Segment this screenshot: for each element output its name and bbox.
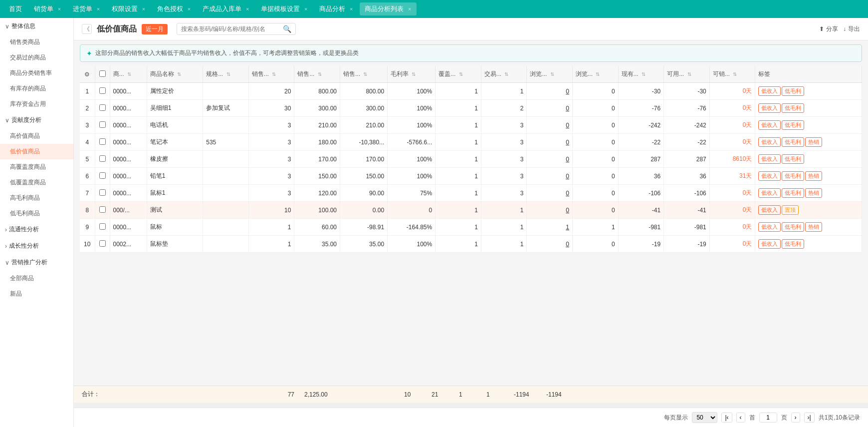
sidebar-item-high-value[interactable]: 高价值商品: [0, 128, 73, 144]
row-checkbox[interactable]: [99, 87, 106, 94]
nav-product-warehouse[interactable]: 产成品入库单 ×: [198, 2, 254, 15]
horizontal-scrollbar[interactable]: [74, 403, 868, 408]
nav-permissions-close[interactable]: ×: [142, 6, 145, 12]
sidebar-group-marketing-title[interactable]: ∨营销推广分析: [0, 254, 73, 271]
cell-checkbox[interactable]: [95, 117, 110, 134]
cell-view1[interactable]: 0: [527, 134, 573, 151]
th-spec[interactable]: 规格... ⇅: [203, 66, 249, 83]
cell-checkbox[interactable]: [95, 219, 110, 236]
nav-template-close[interactable]: ×: [304, 6, 307, 12]
sidebar-group-contribution-title[interactable]: ∨贡献度分析: [0, 112, 73, 128]
sidebar-group-flow-title[interactable]: ›流通性分析: [0, 221, 73, 238]
th-sales-amt[interactable]: 销售... ⇅: [294, 66, 340, 83]
sidebar-item-low-margin[interactable]: 低毛利商品: [0, 206, 73, 221]
nav-template[interactable]: 单据模板设置 ×: [256, 2, 312, 15]
sidebar-item-category-sales[interactable]: 商品分类销售率: [0, 65, 73, 81]
search-box: 🔍: [177, 23, 296, 35]
cell-margin: -164.85%: [388, 219, 435, 236]
page-size-select[interactable]: 50 100 200: [692, 412, 717, 423]
prev-page-btn[interactable]: ‹: [736, 413, 745, 423]
nav-analysis[interactable]: 商品分析 ×: [314, 2, 358, 15]
cell-checkbox[interactable]: [95, 185, 110, 202]
cell-checkbox[interactable]: [95, 83, 110, 100]
cell-checkbox[interactable]: [95, 202, 110, 219]
share-btn[interactable]: ⬆ 分享: [819, 25, 838, 33]
nav-purchase[interactable]: 进货单 ×: [68, 2, 105, 15]
nav-purchase-close[interactable]: ×: [97, 6, 100, 12]
th-margin[interactable]: 毛利率 ⇅: [388, 66, 435, 83]
row-checkbox[interactable]: [99, 206, 106, 213]
nav-permissions[interactable]: 权限设置 ×: [107, 2, 150, 15]
cell-view1[interactable]: 0: [527, 168, 573, 185]
search-icon[interactable]: 🔍: [283, 25, 291, 33]
sidebar-item-high-coverage[interactable]: 高覆盖度商品: [0, 159, 73, 175]
th-checkbox[interactable]: [95, 66, 110, 83]
row-checkbox[interactable]: [99, 172, 106, 179]
cell-checkbox[interactable]: [95, 134, 110, 151]
cell-view1[interactable]: 0: [527, 202, 573, 219]
export-btn[interactable]: ↓ 导出: [843, 25, 860, 33]
row-checkbox[interactable]: [99, 240, 106, 247]
cell-checkbox[interactable]: [95, 100, 110, 117]
nav-roles[interactable]: 角色授权 ×: [152, 2, 196, 15]
sidebar-item-new-goods[interactable]: 新品: [0, 286, 73, 302]
row-checkbox[interactable]: [99, 223, 106, 230]
sidebar-item-low-value[interactable]: 低价值商品: [0, 144, 73, 159]
cell-view1[interactable]: 0: [527, 100, 573, 117]
nav-home[interactable]: 首页: [4, 2, 27, 15]
nav-sales-close[interactable]: ×: [58, 6, 61, 12]
th-current[interactable]: 现有... ⇅: [618, 66, 664, 83]
row-checkbox[interactable]: [99, 155, 106, 162]
last-page-btn[interactable]: ›|: [804, 413, 815, 423]
cell-view1[interactable]: 1: [527, 219, 573, 236]
select-all-checkbox[interactable]: [99, 70, 106, 77]
th-view2[interactable]: 浏览... ⇅: [573, 66, 619, 83]
nav-analysis-close[interactable]: ×: [350, 6, 353, 12]
row-checkbox[interactable]: [99, 189, 106, 196]
tag-badge: 热销: [805, 171, 822, 181]
th-settings[interactable]: ⚙: [80, 66, 95, 83]
sidebar-item-inventory-capital[interactable]: 库存资金占用: [0, 96, 73, 112]
th-code[interactable]: 商... ⇅: [110, 66, 147, 83]
cell-name: 笔记本: [147, 134, 203, 151]
cell-view1[interactable]: 0: [527, 185, 573, 202]
sidebar-item-stock-goods[interactable]: 有库存的商品: [0, 81, 73, 96]
sidebar-group-overall-title[interactable]: ∨整体信息: [0, 18, 73, 34]
nav-analysis-list[interactable]: 商品分析列表 ×: [360, 2, 416, 15]
cell-checkbox[interactable]: [95, 168, 110, 185]
first-page-btn[interactable]: |‹: [721, 413, 732, 423]
row-checkbox[interactable]: [99, 121, 106, 128]
search-input[interactable]: [181, 25, 281, 32]
nav-analysis-list-close[interactable]: ×: [408, 6, 411, 12]
th-name[interactable]: 商品名称 ⇅: [147, 66, 203, 83]
row-checkbox[interactable]: [99, 138, 106, 145]
table-container[interactable]: ⚙ 商... ⇅ 商品名称 ⇅ 规格... ⇅ 销售... ⇅ 销售... ⇅ …: [74, 66, 868, 386]
next-page-btn[interactable]: ›: [791, 413, 800, 423]
time-filter-btn[interactable]: 近一月: [142, 24, 168, 34]
sidebar-item-traded-goods[interactable]: 交易过的商品: [0, 50, 73, 65]
cell-checkbox[interactable]: [95, 151, 110, 168]
th-coverage[interactable]: 覆盖... ⇅: [435, 66, 481, 83]
nav-sales[interactable]: 销货单 ×: [29, 2, 66, 15]
th-available[interactable]: 可用... ⇅: [664, 66, 710, 83]
sidebar-item-sales-goods[interactable]: 销售类商品: [0, 34, 73, 50]
cell-view1[interactable]: 0: [527, 151, 573, 168]
th-saleable[interactable]: 可销... ⇅: [709, 66, 755, 83]
sidebar-item-low-coverage[interactable]: 低覆盖度商品: [0, 175, 73, 190]
page-number-input[interactable]: [759, 413, 777, 423]
cell-view1[interactable]: 0: [527, 83, 573, 100]
cell-view1[interactable]: 0: [527, 117, 573, 134]
row-checkbox[interactable]: [99, 104, 106, 111]
sidebar-item-all-goods[interactable]: 全部商品: [0, 271, 73, 286]
cell-view1[interactable]: 0: [527, 236, 573, 253]
nav-roles-close[interactable]: ×: [188, 6, 191, 12]
th-sales-qty[interactable]: 销售... ⇅: [248, 66, 294, 83]
th-trade[interactable]: 交易... ⇅: [481, 66, 527, 83]
cell-checkbox[interactable]: [95, 236, 110, 253]
sidebar-group-growth-title[interactable]: ›成长性分析: [0, 238, 73, 254]
nav-product-warehouse-close[interactable]: ×: [246, 6, 249, 12]
collapse-sidebar-btn[interactable]: 《: [82, 24, 92, 34]
th-sales-cost[interactable]: 销售... ⇅: [340, 66, 387, 83]
th-view1[interactable]: 浏览... ⇅: [527, 66, 573, 83]
sidebar-item-high-margin[interactable]: 高毛利商品: [0, 190, 73, 206]
